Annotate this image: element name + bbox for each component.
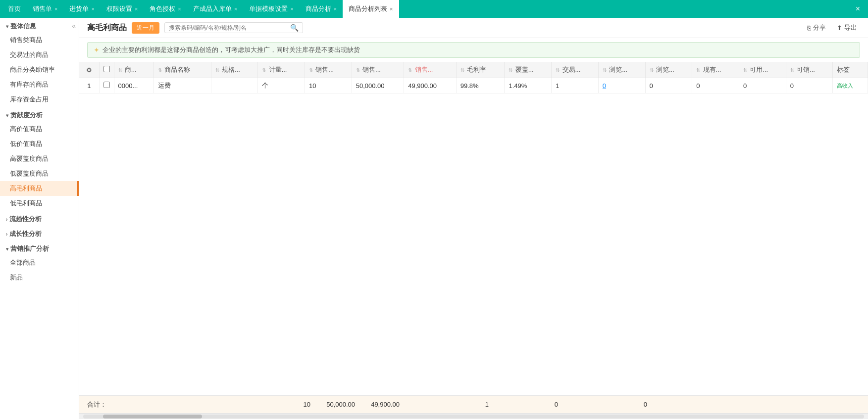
sort-icon: ⇅	[356, 67, 360, 73]
sort-icon: ⇅	[790, 67, 794, 73]
sidebar-item-in-stock-goods[interactable]: 有库存的商品	[0, 77, 79, 92]
footer-sales-amount: 50,000.00	[318, 401, 363, 408]
cell-coverage: 1.49%	[505, 78, 552, 93]
close-icon[interactable]: ×	[390, 6, 393, 12]
cell-code: 0000...	[114, 78, 153, 93]
cell-tag: 高收入	[833, 78, 868, 93]
tab-product-analysis[interactable]: 商品分析 ×	[300, 0, 343, 18]
chevron-down-icon: ▾	[6, 113, 8, 118]
cell-trade: 1	[552, 78, 599, 93]
col-tag[interactable]: 标签	[833, 62, 868, 78]
sidebar-item-all-goods[interactable]: 全部商品	[0, 255, 79, 270]
sidebar-item-category-assist-rate[interactable]: 商品分类助销率	[0, 62, 79, 77]
window-close-button[interactable]: ×	[850, 4, 866, 13]
filter-last-month-button[interactable]: 近一月	[132, 22, 159, 34]
share-button[interactable]: ⎘ 分享	[804, 22, 829, 34]
col-settings[interactable]: ⚙	[79, 62, 99, 78]
close-icon[interactable]: ×	[178, 6, 181, 12]
col-checkbox[interactable]	[99, 62, 114, 78]
sidebar: « ▾ 整体信息 销售类商品 交易过的商品 商品分类助销率 有库存的商品 库存资…	[0, 18, 79, 419]
sidebar-item-sales-goods[interactable]: 销售类商品	[0, 33, 79, 47]
close-icon[interactable]: ×	[234, 6, 237, 12]
tab-permissions[interactable]: 权限设置 ×	[101, 0, 144, 18]
sidebar-item-high-value[interactable]: 高价值商品	[0, 122, 79, 137]
tab-sales[interactable]: 销售单 ×	[27, 0, 63, 18]
col-coverage[interactable]: ⇅ 覆盖...	[505, 62, 552, 78]
footer-trade: 1	[467, 401, 497, 408]
row-checkbox[interactable]	[103, 82, 110, 88]
cell-browse1[interactable]: 0	[598, 78, 645, 93]
sidebar-item-stock-capital[interactable]: 库存资金占用	[0, 92, 79, 107]
search-icon[interactable]: 🔍	[290, 24, 299, 32]
close-icon[interactable]: ×	[135, 6, 138, 12]
cell-gross-rate: 99.8%	[456, 78, 505, 93]
footer-sales-qty: 10	[289, 401, 318, 408]
col-browse2[interactable]: ⇅ 浏览...	[645, 62, 692, 78]
horizontal-scrollbar[interactable]	[79, 413, 868, 419]
col-sales-amount[interactable]: ⇅ 销售...	[352, 62, 404, 78]
sidebar-group-growth[interactable]: › 成长性分析	[0, 226, 79, 240]
sidebar-item-low-margin[interactable]: 低毛利商品	[0, 196, 79, 211]
sort-icon: ⇅	[556, 67, 560, 73]
share-icon: ⎘	[807, 24, 811, 32]
sidebar-item-new-goods[interactable]: 新品	[0, 270, 79, 285]
sidebar-group-contribution[interactable]: ▾ 贡献度分析	[0, 107, 79, 122]
sort-icon: ⇅	[650, 67, 654, 73]
footer-browse2: 0	[536, 401, 566, 408]
sidebar-item-low-value[interactable]: 低价值商品	[0, 137, 79, 151]
tab-role-auth[interactable]: 角色授权 ×	[144, 0, 187, 18]
cell-index: 1	[79, 78, 99, 93]
close-icon[interactable]: ×	[290, 6, 293, 12]
cell-sales-profit: 49,900.00	[404, 78, 457, 93]
sidebar-item-traded-goods[interactable]: 交易过的商品	[0, 47, 79, 62]
cell-checkbox[interactable]	[99, 78, 114, 93]
col-stock-available[interactable]: ⇅ 可用...	[739, 62, 786, 78]
sidebar-group-trend[interactable]: › 流趋性分析	[0, 211, 79, 226]
col-stock-current[interactable]: ⇅ 现有...	[692, 62, 739, 78]
col-unit[interactable]: ⇅ 计量...	[258, 62, 305, 78]
export-icon: ⬆	[837, 24, 842, 32]
content-area: 高毛利商品 近一月 🔍 ⎘ 分享 ⬆ 导出 ✦ 企业的主要的利润都是这部分商品创…	[79, 18, 868, 419]
table-footer: 合计： 10 50,000.00 49,900.00 1 0 0	[79, 395, 868, 413]
col-name[interactable]: ⇅ 商品名称	[153, 62, 211, 78]
cell-browse2: 0	[645, 78, 692, 93]
col-sales-profit[interactable]: ⇅ 销售...	[404, 62, 457, 78]
tab-template-settings[interactable]: 单据模板设置 ×	[243, 0, 299, 18]
col-trade[interactable]: ⇅ 交易...	[552, 62, 599, 78]
sidebar-item-high-margin[interactable]: 高毛利商品	[0, 181, 79, 196]
col-sales-qty[interactable]: ⇅ 销售...	[305, 62, 352, 78]
top-nav: 首页 销售单 × 进货单 × 权限设置 × 角色授权 × 产成品入库单 × 单据…	[0, 0, 868, 18]
col-code[interactable]: ⇅ 商...	[114, 62, 153, 78]
settings-icon[interactable]: ⚙	[86, 66, 92, 74]
export-button[interactable]: ⬆ 导出	[834, 22, 860, 34]
sort-icon: ⇅	[460, 67, 464, 73]
cell-spec	[211, 78, 258, 93]
sidebar-group-marketing[interactable]: ▾ 营销推广分析	[0, 240, 79, 255]
footer-stock-sellable: 0	[625, 401, 655, 408]
tab-home[interactable]: 首页	[2, 0, 27, 18]
tab-product-analysis-list[interactable]: 商品分析列表 ×	[343, 0, 399, 18]
scrollbar-thumb[interactable]	[103, 415, 202, 419]
col-spec[interactable]: ⇅ 规格...	[211, 62, 258, 78]
sidebar-item-high-coverage[interactable]: 高覆盖度商品	[0, 151, 79, 166]
close-icon[interactable]: ×	[334, 6, 337, 12]
sidebar-group-overview[interactable]: ▾ 整体信息	[0, 18, 79, 33]
content-header: 高毛利商品 近一月 🔍 ⎘ 分享 ⬆ 导出	[79, 18, 868, 38]
col-browse1[interactable]: ⇅ 浏览...	[598, 62, 645, 78]
sidebar-collapse-button[interactable]: «	[72, 22, 76, 30]
col-stock-sellable[interactable]: ⇅ 可销...	[786, 62, 833, 78]
sidebar-item-low-coverage[interactable]: 低覆盖度商品	[0, 166, 79, 181]
search-input[interactable]	[169, 24, 290, 31]
table-wrapper[interactable]: ⚙ ⇅ 商... ⇅ 商品名称	[79, 62, 868, 395]
close-icon[interactable]: ×	[54, 6, 57, 12]
close-icon[interactable]: ×	[91, 6, 94, 12]
tab-product-inbound[interactable]: 产成品入库单 ×	[187, 0, 243, 18]
sort-icon: ⇅	[262, 67, 266, 73]
cell-stock-current: 0	[692, 78, 739, 93]
select-all-checkbox[interactable]	[103, 66, 110, 72]
tab-purchase[interactable]: 进货单 ×	[63, 0, 100, 18]
main-layout: « ▾ 整体信息 销售类商品 交易过的商品 商品分类助销率 有库存的商品 库存资…	[0, 18, 868, 419]
sort-icon: ⇅	[215, 67, 219, 73]
col-gross-rate[interactable]: ⇅ 毛利率	[456, 62, 505, 78]
cell-stock-sellable: 0	[786, 78, 833, 93]
